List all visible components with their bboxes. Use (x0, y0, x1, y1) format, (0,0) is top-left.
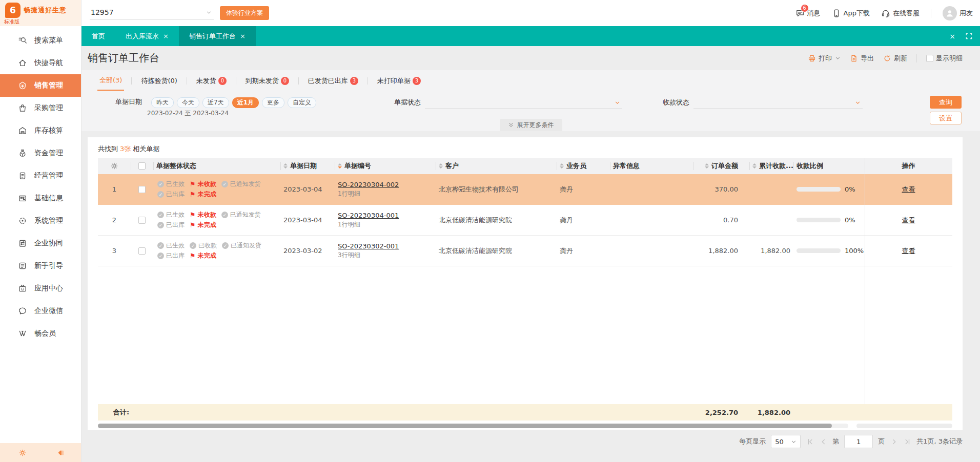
logo-area: 6 畅捷通好生意 标准版 (0, 0, 81, 26)
page-number-input[interactable] (844, 435, 873, 448)
scrollbar-thumb[interactable] (98, 424, 832, 428)
tab-stock-flow[interactable]: 出入库流水× (115, 26, 179, 46)
row-checkbox[interactable] (138, 247, 146, 255)
count-badge: 3 (413, 77, 421, 85)
header-date[interactable]: 单据日期 (280, 158, 335, 174)
pill-custom[interactable]: 自定义 (288, 97, 316, 108)
sort-icon[interactable] (560, 163, 564, 169)
sidebar-item-operations[interactable]: 经营管理 (0, 164, 81, 187)
filter-tab-overdue-unshipped[interactable]: 到期未发货0 (243, 76, 291, 90)
show-detail-checkbox[interactable] (926, 55, 933, 62)
status-chip: ✓已出库 (157, 221, 185, 229)
sidebar-item-inventory[interactable]: 库存核算 (0, 119, 81, 142)
filter-tab-to-pick[interactable]: 待拣验货(0) (139, 76, 179, 90)
sort-icon[interactable] (705, 163, 709, 169)
flag-icon: ⚑ (190, 253, 196, 259)
totals-amount: 2,252.70 (693, 404, 749, 421)
order-number-link[interactable]: SO-20230302-001 (338, 242, 399, 250)
print-button[interactable]: 打印 (808, 54, 841, 63)
order-detail-count: 1行明细 (338, 190, 360, 198)
row-checkbox[interactable] (138, 186, 146, 193)
sidebar-item-member[interactable]: 畅会员 (0, 322, 81, 345)
pill-yesterday[interactable]: 昨天 (151, 97, 174, 108)
account-select[interactable]: 12957 (90, 6, 214, 20)
abnormal-cell (610, 174, 693, 204)
expand-more-conditions[interactable]: 展开更多条件 (500, 119, 562, 131)
pill-more[interactable]: 更多 (262, 97, 284, 108)
fullscreen-icon[interactable] (965, 32, 973, 40)
settings-button[interactable]: 设置 (930, 112, 962, 124)
prev-page-icon[interactable] (819, 437, 827, 446)
order-number-link[interactable]: SO-20230304-001 (338, 212, 399, 219)
filter-tab-all[interactable]: 全部(3) (97, 76, 124, 91)
order-number-link[interactable]: SO-20230304-002 (338, 181, 399, 188)
pill-last-month[interactable]: 近1月 (232, 97, 259, 108)
check-icon: ✓ (157, 181, 164, 187)
query-button[interactable]: 查询 (930, 96, 962, 109)
sort-icon[interactable] (439, 163, 443, 169)
pill-today[interactable]: 今天 (177, 97, 199, 108)
sort-icon[interactable] (752, 163, 757, 169)
settings-gear-icon[interactable] (17, 448, 28, 458)
sidebar-item-sales[interactable]: 销售管理 (0, 74, 81, 97)
tab-sales-order-workbench[interactable]: 销售订单工作台× (179, 26, 256, 46)
close-tab-icon[interactable]: × (163, 32, 169, 40)
scrollbar-track[interactable] (98, 424, 848, 428)
last-page-icon[interactable] (903, 437, 911, 446)
user-menu[interactable]: 用友 (943, 6, 973, 20)
sidebar-item-funds[interactable]: 资金管理 (0, 142, 81, 164)
sidebar-item-collaboration[interactable]: 企业协同 (0, 232, 81, 255)
filter-tab-shipped-outbound[interactable]: 已发货已出库3 (306, 76, 360, 90)
sidebar-item-basic-info[interactable]: 基础信息 (0, 187, 81, 209)
filter-tab-unshipped[interactable]: 未发货0 (194, 76, 229, 90)
orders-table: 单据整体状态 单据日期 单据编号 客户 业务员 异常信息 订单金额 累计收款..… (98, 158, 952, 404)
tab-home[interactable]: 首页 (81, 26, 115, 46)
close-all-tabs-icon[interactable]: × (948, 32, 956, 40)
select-all-checkbox[interactable] (138, 162, 146, 170)
column-settings-header[interactable] (98, 158, 131, 174)
sidebar-item-purchase[interactable]: 采购管理 (0, 97, 81, 119)
trial-plan-button[interactable]: 体验行业方案 (220, 6, 269, 20)
row-checkbox[interactable] (138, 217, 146, 224)
sidebar-item-system[interactable]: 系统管理 (0, 209, 81, 232)
export-button[interactable]: 导出 (850, 54, 874, 63)
collapse-sidebar-icon[interactable] (55, 448, 66, 458)
flag-icon: ⚑ (190, 212, 196, 218)
warehouse-icon (17, 125, 28, 136)
per-page-select[interactable]: 50 (771, 435, 801, 448)
close-tab-icon[interactable]: × (240, 32, 246, 40)
sidebar-item-guide[interactable]: 新手引导 (0, 255, 81, 277)
view-link[interactable]: 查看 (902, 216, 915, 225)
refresh-button[interactable]: 刷新 (883, 54, 907, 63)
header-customer[interactable]: 客户 (436, 158, 557, 174)
date-quick-pills: 昨天 今天 近7天 近1月 更多 自定义 (151, 97, 316, 108)
payment-status-select[interactable] (693, 97, 863, 109)
sidebar-item-app-center[interactable]: 应用中心 (0, 277, 81, 300)
next-page-icon[interactable] (890, 437, 898, 446)
table-row[interactable]: 2 ✓已生效⚑未收款✓已通知发货 ✓已出库⚑未完成 2023-03-04 SO-… (98, 205, 952, 236)
results-card: 共找到 3张 相关单据 单据整体状态 单据日期 单据编号 客户 业务员 异常信息… (88, 137, 963, 430)
online-service-button[interactable]: 在线客服 (881, 9, 920, 18)
sidebar-item-wechat[interactable]: 企业微信 (0, 300, 81, 322)
sidebar-item-search-menu[interactable]: 搜索菜单 (0, 29, 81, 52)
gear-icon (110, 162, 118, 170)
table-row[interactable]: 3 ✓已生效✓已收款✓已通知发货 ✓已出库⚑未完成 2023-03-02 SO-… (98, 236, 952, 266)
filter-tab-unprinted[interactable]: 未打印单据3 (375, 76, 423, 90)
first-page-icon[interactable] (806, 437, 814, 446)
app-download-button[interactable]: App下载 (832, 9, 870, 18)
sort-icon[interactable] (283, 163, 288, 169)
view-link[interactable]: 查看 (902, 185, 915, 194)
table-row[interactable]: 1 ✓已生效⚑未收款✓已通知发货 ✓已出库⚑未完成 2023-03-04 SO-… (98, 174, 952, 205)
view-link[interactable]: 查看 (902, 246, 915, 256)
header-received[interactable]: 累计收款... (749, 158, 793, 174)
select-all-header[interactable] (131, 158, 153, 174)
header-salesperson[interactable]: 业务员 (557, 158, 610, 174)
sidebar-item-quick-nav[interactable]: 快捷导航 (0, 52, 81, 74)
header-number[interactable]: 单据编号 (335, 158, 436, 174)
messages-button[interactable]: 消息 6 (795, 9, 821, 18)
show-detail-toggle[interactable]: 显示明细 (926, 54, 963, 63)
pill-last-7-days[interactable]: 近7天 (202, 97, 229, 108)
sort-icon[interactable] (338, 163, 342, 169)
header-amount[interactable]: 订单金额 (693, 158, 749, 174)
doc-status-select[interactable] (425, 97, 622, 109)
